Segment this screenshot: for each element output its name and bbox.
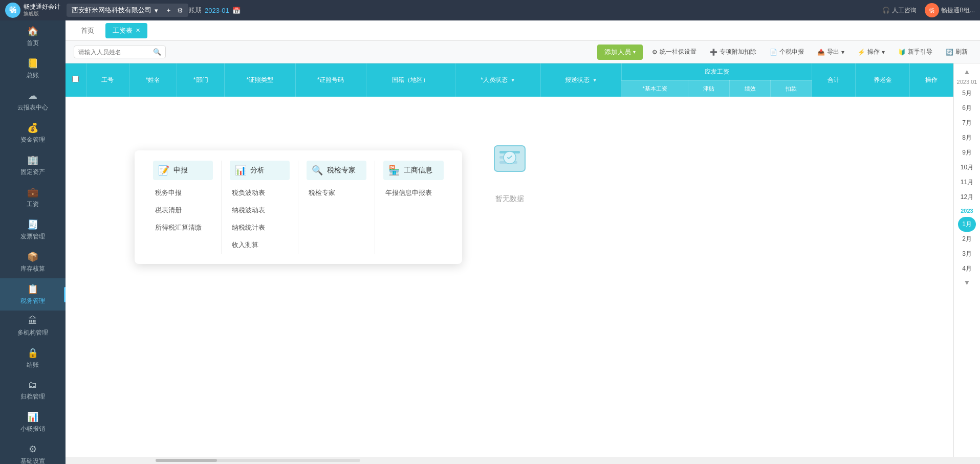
send-filter-icon[interactable]: ▼: [592, 77, 597, 83]
sidebar-item-inventory[interactable]: 📦 库存核算: [0, 246, 66, 278]
sidebar-item-salary[interactable]: 💼 工资: [0, 182, 66, 214]
declare-icon: 📝: [158, 165, 169, 176]
th-dept: *部门: [177, 63, 225, 97]
plus-icon[interactable]: ＋: [165, 6, 172, 15]
scrollbar-thumb[interactable]: [156, 459, 217, 462]
sidebar-item-invoice[interactable]: 🧾 发票管理: [0, 214, 66, 246]
date-month-11[interactable]: 11月: [954, 175, 980, 190]
date-nav-up[interactable]: ▲: [962, 65, 973, 78]
date-month-8[interactable]: 8月: [954, 130, 980, 145]
app-sub: 旗舰版: [24, 10, 60, 17]
tax-icon: 📋: [27, 283, 38, 295]
sidebar-item-assets[interactable]: 🏢 固定资产: [0, 149, 66, 182]
date-month-7[interactable]: 7月: [954, 116, 980, 130]
th-emp-no: 工号: [86, 63, 129, 97]
operation-label: 操作: [867, 48, 880, 56]
calendar-icon[interactable]: 📅: [232, 7, 241, 14]
date-month-2[interactable]: 2月: [954, 232, 980, 247]
sidebar-item-report[interactable]: 📊 小畅报销: [0, 406, 66, 438]
menu-item-annual-report[interactable]: 年报信息申报表: [383, 184, 444, 202]
date-month-5[interactable]: 5月: [954, 86, 980, 101]
analysis-label: 分析: [250, 166, 265, 175]
search-icon: 🔍: [153, 48, 161, 56]
th-region: 国籍（地区）: [366, 63, 455, 97]
refresh-btn[interactable]: 🔄 刷新: [942, 46, 972, 58]
dropdown-col-analysis: 📊 分析 税负波动表 纳税波动表 纳税统计表 收入测算: [222, 161, 298, 254]
sidebar-item-cloud[interactable]: ☁ 云报表中心: [0, 85, 66, 117]
tab-salary-table[interactable]: 工资表 ✕: [105, 23, 147, 38]
guide-btn[interactable]: 🔰 新手引导: [894, 46, 937, 58]
sidebar-item-settings[interactable]: ⚙ 基础设置: [0, 438, 66, 464]
select-all-checkbox[interactable]: [72, 76, 79, 82]
sidebar-item-close[interactable]: 🔒 结账: [0, 342, 66, 374]
sidebar-label: 库存核算: [20, 264, 45, 273]
invoice-icon: 🧾: [27, 219, 38, 230]
sidebar-label: 多机构管理: [17, 328, 48, 337]
th-pension: 养老金: [855, 63, 910, 97]
scrollbar-track[interactable]: [156, 459, 360, 462]
sidebar-item-fund[interactable]: 💰 资金管理: [0, 117, 66, 149]
tab-home[interactable]: 首页: [74, 23, 101, 38]
dropdown-col-declare: 📝 申报 税务申报 税表清册 所得税汇算清缴: [145, 161, 222, 254]
add-person-button[interactable]: 添加人员 ▾: [597, 45, 643, 60]
guide-label: 新手引导: [908, 48, 932, 56]
top-header: 畅 畅捷通好会计 旗舰版 西安虾米网络科技有限公司 ▾ ＋ ⚙ 账期 2023-…: [0, 0, 980, 20]
export-icon: 📤: [817, 49, 825, 56]
dropdown-col-expert: 🔍 税检专家 税检专家: [298, 161, 375, 254]
accounting-period: 账期 2023-01 📅: [188, 6, 241, 15]
expert-icon: 🔍: [312, 165, 323, 176]
date-nav-down[interactable]: ▼: [962, 276, 973, 289]
menu-item-tax-fluctuation[interactable]: 纳税波动表: [230, 202, 290, 219]
date-month-6[interactable]: 6月: [954, 101, 980, 116]
sidebar-item-archive[interactable]: 🗂 归档管理: [0, 374, 66, 406]
deduction-btn[interactable]: ➕ 专项附加扣除: [706, 46, 760, 58]
th-id-type: *证照类型: [225, 63, 295, 97]
horizontal-scrollbar[interactable]: [66, 457, 980, 464]
export-chevron-icon: ▾: [841, 49, 844, 56]
menu-item-tax-stats[interactable]: 纳税统计表: [230, 219, 290, 236]
header-right: 🎧 人工咨询 畅 畅捷通B组...: [882, 3, 975, 17]
salary-table: 工号 *姓名 *部门 *证照类型 *证照号码 国籍（地区） *人员状态 ▼ 报送…: [66, 63, 953, 97]
company-selector[interactable]: 西安虾米网络科技有限公司 ▾ ＋ ⚙: [67, 4, 188, 17]
menu-item-tax-burden[interactable]: 税负波动表: [230, 184, 290, 202]
tab-close-icon[interactable]: ✕: [136, 27, 140, 34]
menu-item-income-estimate[interactable]: 收入测算: [230, 236, 290, 254]
date-month-12[interactable]: 12月: [954, 190, 980, 205]
export-btn[interactable]: 📤 导出 ▾: [813, 46, 848, 58]
menu-item-tax-table[interactable]: 税表清册: [153, 202, 213, 219]
menu-item-tax-expert[interactable]: 税检专家: [307, 184, 366, 202]
date-month-3[interactable]: 3月: [954, 247, 980, 261]
date-month-1-active[interactable]: 1月: [958, 217, 976, 232]
search-input[interactable]: [78, 49, 150, 56]
date-month-9[interactable]: 9月: [954, 145, 980, 160]
settings-icon[interactable]: ⚙: [177, 7, 183, 14]
sidebar-label: 固定资产: [20, 168, 45, 176]
social-settings-btn[interactable]: ⚙ 统一社保设置: [648, 46, 701, 58]
status-filter-icon[interactable]: ▼: [510, 77, 515, 83]
support-btn[interactable]: 🎧 人工咨询: [882, 6, 917, 15]
date-month-4[interactable]: 4月: [954, 261, 980, 276]
fund-icon: 💰: [27, 122, 38, 134]
menu-item-tax-declare[interactable]: 税务申报: [153, 184, 213, 202]
logo-text-block: 畅捷通好会计 旗舰版: [24, 3, 60, 17]
business-label: 工商信息: [404, 166, 432, 175]
deduction-icon: ➕: [710, 49, 717, 56]
search-box[interactable]: 🔍: [74, 46, 166, 58]
sidebar-item-home[interactable]: 🏠 首页: [0, 20, 66, 53]
tab-salary-label: 工资表: [113, 26, 133, 35]
date-month-10[interactable]: 10月: [954, 160, 980, 175]
user-btn[interactable]: 畅 畅捷通B组...: [925, 3, 975, 17]
date-period-label: 2023.01: [957, 78, 977, 86]
sidebar-item-ledger[interactable]: 📒 总账: [0, 53, 66, 85]
sidebar-item-multi[interactable]: 🏛 多机构管理: [0, 311, 66, 342]
menu-item-income-calc[interactable]: 所得税汇算清缴: [153, 219, 213, 236]
operation-btn[interactable]: ⚡ 操作 ▾: [854, 46, 889, 58]
tax-report-btn[interactable]: 📄 个税申报: [766, 46, 808, 58]
sidebar-item-tax[interactable]: 📋 税务管理: [0, 278, 66, 311]
checkbox-header[interactable]: [66, 63, 86, 97]
th-name: *姓名: [129, 63, 177, 97]
main-layout: 🏠 首页 📒 总账 ☁ 云报表中心 💰 资金管理 🏢 固定资产 💼 工资 🧾 发…: [0, 20, 980, 464]
settings-sidebar-icon: ⚙: [29, 444, 37, 455]
sidebar-label: 资金管理: [20, 136, 45, 144]
refresh-icon: 🔄: [946, 49, 953, 56]
